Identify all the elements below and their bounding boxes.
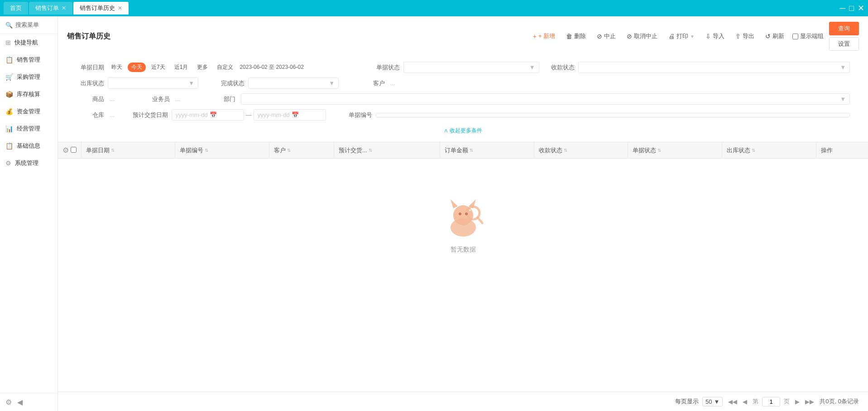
prev-page-button[interactable]: ◀ — [741, 397, 749, 406]
sidebar-item-inventory-calc[interactable]: 📦 库存核算 — [0, 86, 58, 103]
delete-icon: 🗑 — [566, 33, 572, 40]
page-label: 第 — [751, 396, 760, 406]
date-tab-custom[interactable]: 自定义 — [213, 63, 237, 72]
page-size-select[interactable]: 50 ▼ — [702, 397, 723, 406]
th-amount-sort-icon[interactable]: ⇅ — [470, 148, 473, 153]
print-button[interactable]: 🖨 打印 ▼ — [666, 30, 697, 42]
sidebar-settings-icon[interactable]: ⚙ — [5, 398, 12, 406]
warehouse-status-label: 出库状态 — [76, 79, 108, 87]
order-status-select[interactable]: ▼ — [403, 62, 539, 73]
tab-home[interactable]: 首页 — [4, 2, 28, 15]
last-page-button[interactable]: ▶▶ — [803, 397, 816, 406]
delivery-date-to-wrap[interactable]: yyyy-mm-dd 📅 — [254, 109, 326, 121]
close-window-icon[interactable]: ✕ — [858, 3, 864, 13]
calendar-to-icon[interactable]: 📅 — [292, 111, 299, 118]
sidebar-item-purchase-mgmt[interactable]: 🛒 采购管理 — [0, 68, 58, 86]
th-delivery-label: 预计交货... — [339, 146, 367, 155]
sidebar-item-sales-mgmt[interactable]: 📋 销售管理 — [0, 51, 58, 68]
first-page-button[interactable]: ◀◀ — [726, 397, 739, 406]
import-button[interactable]: ⇩ 导入 — [703, 30, 727, 42]
th-settings: ⚙ — [58, 142, 81, 159]
th-payment-status: 收款状态 ⇅ — [534, 142, 628, 159]
th-delivery: 预计交货... ⇅ — [334, 142, 440, 159]
sales-mgmt-icon: 📋 — [5, 56, 13, 63]
tab-sales-order[interactable]: 销售订单 ✕ — [29, 2, 72, 15]
print-icon: 🖨 — [668, 33, 675, 40]
sidebar: 🔍 搜索菜单 ⊞ 快捷导航 📋 销售管理 🛒 采购管理 📦 库存核算 💰 资金管… — [0, 16, 58, 411]
table-body: 暂无数据 — [58, 159, 868, 290]
customer-dots[interactable]: ... — [390, 80, 395, 87]
next-page-button[interactable]: ▶ — [793, 397, 801, 406]
export-button[interactable]: ⇧ 导出 — [733, 30, 757, 42]
table-settings-button[interactable]: ⚙ — [62, 146, 69, 155]
th-no-sort-icon[interactable]: ⇅ — [205, 148, 208, 153]
minimize-icon[interactable]: ─ — [839, 4, 845, 13]
order-no-input[interactable] — [376, 113, 850, 117]
display-cols-checkbox[interactable]: 显示端组 — [792, 32, 824, 40]
sidebar-item-system-mgmt-label: 系统管理 — [15, 159, 38, 167]
sidebar-collapse-icon[interactable]: ◀ — [17, 398, 23, 406]
date-tab-yesterday[interactable]: 昨天 — [108, 63, 126, 72]
maximize-icon[interactable]: □ — [849, 4, 854, 13]
select-all-checkbox[interactable] — [71, 147, 77, 153]
salesperson-dots[interactable]: ... — [175, 96, 180, 102]
th-delivery-sort-icon[interactable]: ⇅ — [369, 148, 372, 153]
collapse-label: 收起更多条件 — [450, 127, 482, 134]
sidebar-item-fund-mgmt[interactable]: 💰 资金管理 — [0, 103, 58, 120]
table-wrap: ⚙ 单据日期 ⇅ 单据编号 ⇅ — [58, 142, 868, 392]
complete-status-select[interactable]: ▼ — [248, 77, 339, 89]
date-tab-1month[interactable]: 近1月 — [171, 63, 192, 72]
payment-status-select[interactable]: ▼ — [578, 62, 850, 73]
sidebar-item-quick-nav[interactable]: ⊞ 快捷导航 — [0, 34, 58, 51]
sidebar-search[interactable]: 🔍 搜索菜单 — [0, 16, 58, 34]
delivery-date-from-wrap[interactable]: yyyy-mm-dd 📅 — [172, 109, 244, 121]
department-select[interactable]: ▼ — [241, 93, 850, 105]
page-size-label: 每页显示 — [675, 397, 699, 406]
stop-button[interactable]: ⊘ 中止 — [594, 30, 619, 42]
th-warehouse-sort-icon[interactable]: ⇅ — [752, 148, 755, 153]
th-operation: 操作 — [816, 142, 868, 159]
tab-sales-order-history[interactable]: 销售订单历史 ✕ — [73, 2, 129, 15]
filter-row-2: 出库状态 ▼ 完成状态 ▼ 客户 ... — [76, 77, 850, 89]
filter-row-1: 单据日期 昨天 今天 近7天 近1月 更多 自定义 2023-06-02 至 2… — [76, 62, 850, 73]
new-button[interactable]: + + 新增 — [530, 30, 558, 42]
th-payment-sort-icon[interactable]: ⇅ — [564, 148, 567, 153]
sidebar-item-basic-info[interactable]: 📋 基础信息 — [0, 137, 58, 155]
svg-line-5 — [478, 218, 482, 223]
cancel-stop-button[interactable]: ⊘ 取消中止 — [624, 30, 660, 42]
sidebar-item-system-mgmt[interactable]: ⚙ 系统管理 — [0, 155, 58, 172]
search-icon: 🔍 — [5, 22, 13, 29]
date-tab-7days[interactable]: 近7天 — [148, 63, 169, 72]
setting-button[interactable]: 设置 — [829, 37, 859, 51]
sidebar-item-ops-mgmt[interactable]: 📊 经营管理 — [0, 120, 58, 137]
goods-label: 商品 — [76, 95, 108, 103]
th-warehouse-status: 出库状态 ⇅ — [722, 142, 816, 159]
display-cols-input[interactable] — [792, 34, 798, 39]
warehouse-dots[interactable]: ... — [110, 111, 115, 118]
date-tab-more[interactable]: 更多 — [193, 63, 211, 72]
stop-icon: ⊘ — [597, 33, 602, 40]
calendar-from-icon[interactable]: 📅 — [210, 111, 217, 118]
query-button[interactable]: 查询 — [829, 22, 859, 35]
tab-sales-order-history-close[interactable]: ✕ — [118, 5, 122, 11]
top-bar: 首页 销售订单 ✕ 销售订单历史 ✕ ─ □ ✕ — [0, 0, 868, 16]
th-date-sort-icon[interactable]: ⇅ — [111, 148, 115, 153]
payment-status-label: 收款状态 — [547, 63, 578, 72]
collapse-row[interactable]: ∧ 收起更多条件 — [76, 125, 850, 136]
goods-dots[interactable]: ... — [110, 96, 115, 102]
refresh-button[interactable]: ↺ 刷新 — [762, 30, 787, 42]
th-order-sort-icon[interactable]: ⇅ — [657, 148, 661, 153]
page-number-input[interactable] — [762, 397, 780, 406]
main-layout: 🔍 搜索菜单 ⊞ 快捷导航 📋 销售管理 🛒 采购管理 📦 库存核算 💰 资金管… — [0, 16, 868, 411]
date-separator: — — [246, 111, 252, 118]
delete-button[interactable]: 🗑 删除 — [563, 30, 589, 42]
tab-sales-order-close[interactable]: ✕ — [62, 5, 66, 11]
th-customer-sort-icon[interactable]: ⇅ — [287, 148, 291, 153]
date-tab-today[interactable]: 今天 — [128, 63, 146, 72]
th-order-status-label: 单据状态 — [633, 146, 656, 155]
date-filter-content: 昨天 今天 近7天 近1月 更多 自定义 2023-06-02 至 2023-0… — [108, 63, 372, 72]
sidebar-item-fund-mgmt-label: 资金管理 — [17, 107, 40, 116]
content-area: 销售订单历史 + + 新增 🗑 删除 ⊘ 中止 ⊘ — [58, 16, 868, 411]
tab-list: 首页 销售订单 ✕ 销售订单历史 ✕ — [4, 2, 839, 15]
warehouse-status-select[interactable]: ▼ — [108, 77, 198, 89]
